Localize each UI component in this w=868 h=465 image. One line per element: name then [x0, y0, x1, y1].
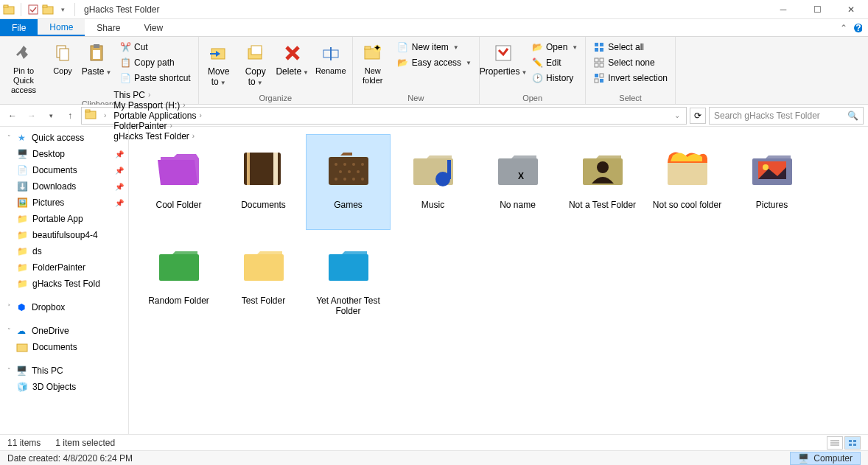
breadcrumb-0[interactable]: This PC›: [111, 90, 204, 100]
crumb-root[interactable]: ›: [98, 111, 109, 119]
nav-item-documents[interactable]: 📄Documents📌: [0, 162, 128, 178]
folder-item-cool-folder[interactable]: Cool Folder: [136, 134, 221, 230]
folder-item-not-so-cool-folder[interactable]: Not so cool folder: [645, 134, 729, 230]
select-all-button[interactable]: Select all: [590, 40, 671, 55]
folder-item-games[interactable]: Games: [306, 134, 391, 230]
address-row: ← → ▾ ↑ › This PC›My Passport (H:)›Porta…: [0, 105, 868, 127]
folder-item-random-folder[interactable]: Random Folder: [136, 230, 221, 326]
svg-rect-4: [43, 5, 47, 7]
svg-rect-22: [595, 43, 598, 46]
nav-onedrive-documents[interactable]: Documents: [0, 339, 128, 355]
search-icon: 🔍: [847, 111, 858, 121]
new-item-button[interactable]: 📄New item▼: [394, 40, 475, 55]
folder-icon-small[interactable]: [42, 4, 54, 15]
status-bar: 11 items 1 item selected: [0, 434, 868, 450]
nav-item-folderpainter[interactable]: 📁FolderPainter: [0, 259, 128, 276]
minimize-button[interactable]: ─: [766, 0, 800, 19]
nav-item-pictures[interactable]: 🖼️Pictures📌: [0, 195, 128, 211]
svg-point-51: [361, 178, 364, 181]
tab-file[interactable]: File: [0, 19, 38, 36]
close-button[interactable]: ✕: [834, 0, 868, 19]
edit-button[interactable]: ✏️Edit: [528, 55, 581, 70]
nav-item-ghacks-test-fold[interactable]: 📁gHacks Test Fold: [0, 276, 128, 292]
svg-point-50: [352, 178, 355, 181]
collapse-ribbon-icon[interactable]: ⌃: [834, 19, 853, 36]
easy-access-icon: 📂: [397, 57, 409, 69]
folder-item-music[interactable]: Music: [391, 134, 475, 230]
view-details-button[interactable]: [827, 436, 843, 450]
pin-quick-access-button[interactable]: Pin to Quick access: [3, 38, 44, 99]
tab-view[interactable]: View: [132, 19, 175, 36]
address-bar[interactable]: › This PC›My Passport (H:)›Portable Appl…: [81, 107, 687, 125]
easy-access-button[interactable]: 📂Easy access▼: [394, 55, 475, 70]
nav-item-beautifulsoup4-4[interactable]: 📁beautifulsoup4-4: [0, 227, 128, 243]
folder-item-documents[interactable]: Documents: [221, 134, 306, 230]
nav-3d-objects[interactable]: 🧊3D Objects: [0, 379, 128, 395]
move-to-button[interactable]: Move to▼: [202, 38, 236, 91]
pin-icon: 📌: [115, 150, 124, 158]
folder-icon: [404, 139, 463, 198]
back-button[interactable]: ←: [4, 108, 21, 124]
qat-dropdown-icon[interactable]: ▾: [57, 4, 69, 15]
copy-path-button[interactable]: 📋Copy path: [116, 55, 194, 70]
search-box[interactable]: Search gHacks Test Folder 🔍: [709, 107, 864, 125]
maximize-button[interactable]: ☐: [800, 0, 834, 19]
selected-count: 1 item selected: [55, 438, 115, 448]
svg-rect-30: [595, 74, 598, 77]
folder-item-yet-another-test-folder[interactable]: Yet Another Test Folder: [306, 230, 391, 326]
help-icon[interactable]: ?: [853, 19, 868, 36]
content-pane[interactable]: Cool FolderDocumentsGamesMusicXNo nameNo…: [129, 127, 868, 434]
delete-button[interactable]: Delete▼: [276, 38, 309, 80]
new-item-icon: 📄: [397, 41, 409, 53]
cut-button[interactable]: ✂️Cut: [116, 40, 194, 55]
folder-item-test-folder[interactable]: Test Folder: [221, 230, 306, 326]
properties-button[interactable]: Properties▼: [483, 38, 524, 80]
nav-this-pc[interactable]: ˅🖥️This PC: [0, 363, 128, 379]
rename-button[interactable]: Rename: [312, 38, 349, 79]
window-title: gHacks Test Folder: [81, 4, 160, 15]
folder-icon: [150, 235, 209, 294]
tab-home[interactable]: Home: [38, 19, 85, 36]
nav-item-portable-app[interactable]: 📁Portable App: [0, 211, 128, 227]
paste-button[interactable]: Paste▼: [81, 38, 112, 80]
svg-text:X: X: [518, 171, 524, 181]
nav-icon: 🖼️: [16, 197, 28, 209]
computer-indicator[interactable]: 🖥️Computer: [790, 452, 861, 465]
copy-to-button[interactable]: Copy to▼: [239, 38, 273, 91]
up-button[interactable]: ↑: [62, 108, 78, 124]
nav-item-ds[interactable]: 📁ds: [0, 243, 128, 259]
history-button[interactable]: 🕑History: [528, 71, 581, 85]
svg-point-62: [763, 164, 769, 170]
svg-rect-28: [595, 63, 598, 67]
nav-icon: 📁: [16, 213, 28, 225]
invert-selection-button[interactable]: Invert selection: [590, 71, 671, 85]
folder-item-no-name[interactable]: XNo name: [475, 134, 560, 230]
nav-dropbox[interactable]: ˃⬢Dropbox: [0, 299, 128, 315]
tab-share[interactable]: Share: [85, 19, 132, 36]
svg-rect-32: [595, 79, 598, 83]
breadcrumb-1[interactable]: My Passport (H:)›: [111, 100, 204, 111]
nav-onedrive[interactable]: ˅☁OneDrive: [0, 323, 128, 339]
folder-icon: [743, 139, 802, 198]
ribbon-tabs: File Home Share View ⌃ ?: [0, 19, 868, 37]
select-none-button[interactable]: Select none: [590, 55, 671, 70]
view-icons-button[interactable]: [844, 436, 861, 450]
breadcrumb-2[interactable]: Portable Applications›: [111, 111, 204, 121]
title-bar: ▾ gHacks Test Folder ─ ☐ ✕: [0, 0, 868, 19]
folder-item-not-a-test-folder[interactable]: Not a Test Folder: [560, 134, 645, 230]
nav-item-desktop[interactable]: 🖥️Desktop📌: [0, 146, 128, 162]
forward-button[interactable]: →: [24, 108, 40, 124]
nav-icon: ⬇️: [16, 181, 28, 192]
svg-text:?: ?: [855, 23, 861, 33]
recent-dropdown[interactable]: ▾: [43, 108, 59, 124]
folder-item-pictures[interactable]: Pictures: [729, 134, 814, 230]
paste-shortcut-button[interactable]: 📄Paste shortcut: [116, 71, 194, 85]
nav-quick-access[interactable]: ˅★Quick access: [0, 130, 128, 146]
address-dropdown-icon[interactable]: ⌄: [671, 111, 683, 119]
nav-item-downloads[interactable]: ⬇️Downloads📌: [0, 178, 128, 195]
checkbox-icon[interactable]: [27, 4, 39, 15]
copy-button[interactable]: Copy: [47, 38, 78, 79]
new-folder-button[interactable]: ✦ New folder: [356, 38, 390, 88]
refresh-button[interactable]: ⟳: [690, 108, 706, 124]
open-button[interactable]: 📂Open▼: [528, 40, 581, 55]
